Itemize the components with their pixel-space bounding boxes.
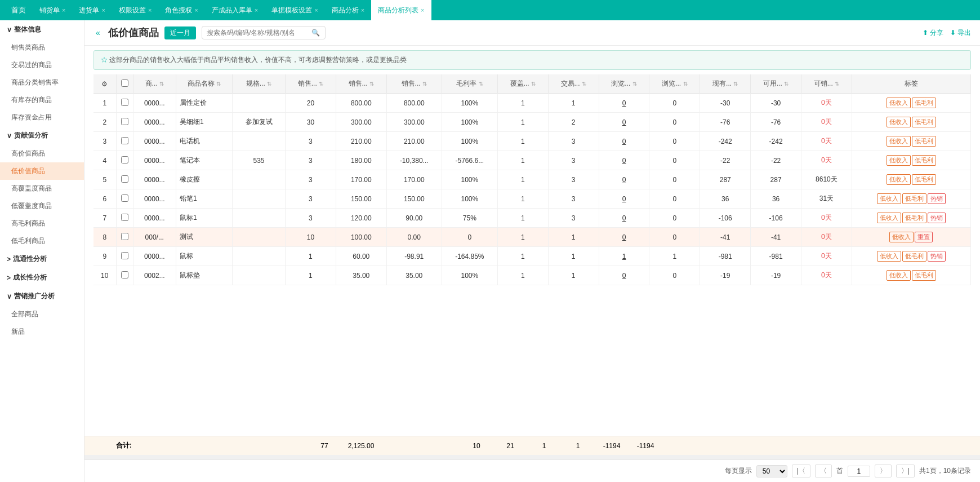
row-checkbox[interactable]: [116, 132, 133, 151]
nav-home[interactable]: 首页: [5, 0, 33, 20]
row-checkbox[interactable]: [116, 170, 133, 189]
horizontal-scrollbar[interactable]: [84, 455, 980, 459]
prev-page-button[interactable]: 〈: [815, 465, 832, 477]
row-select-checkbox[interactable]: [121, 156, 128, 163]
col-sales-amt[interactable]: 销售... ⇅: [336, 74, 386, 94]
export-button[interactable]: ⬇ 导出: [950, 28, 971, 38]
close-icon[interactable]: ×: [421, 7, 424, 14]
sidebar-group-contribution[interactable]: ∨ 贡献值分析: [0, 126, 84, 145]
row-checkbox[interactable]: [116, 113, 133, 132]
product-name[interactable]: 鼠标1: [176, 209, 233, 228]
row-select-checkbox[interactable]: [121, 233, 128, 240]
sidebar-item-low-margin[interactable]: 低毛利商品: [0, 232, 84, 250]
nav-product-analysis-list[interactable]: 商品分析列表 ×: [371, 0, 431, 20]
browse-link[interactable]: 0: [622, 233, 626, 241]
col-gross-rate[interactable]: 毛利率 ⇅: [442, 74, 497, 94]
product-name[interactable]: 橡皮擦: [176, 170, 233, 189]
sidebar-item-inventory-capital[interactable]: 库存资金占用: [0, 109, 84, 126]
sidebar-item-low-value[interactable]: 低价值商品: [0, 162, 84, 180]
browse-link[interactable]: 0: [622, 138, 626, 145]
select-all-checkbox[interactable]: [121, 79, 128, 87]
nav-role[interactable]: 角色授权 ×: [158, 0, 204, 20]
browse1[interactable]: 0: [599, 113, 649, 132]
sidebar-group-marketing[interactable]: ∨ 营销推广分析: [0, 287, 84, 306]
row-checkbox[interactable]: [116, 209, 133, 228]
sidebar-group-overview[interactable]: ∨ 整体信息: [0, 20, 84, 39]
row-checkbox[interactable]: [116, 94, 133, 113]
sidebar-item-high-value[interactable]: 高价值商品: [0, 145, 84, 162]
sidebar-item-high-coverage[interactable]: 高覆盖度商品: [0, 180, 84, 197]
close-icon[interactable]: ×: [255, 7, 258, 14]
close-icon[interactable]: ×: [62, 7, 65, 14]
sidebar-collapse-button[interactable]: «: [93, 28, 103, 37]
browse-link[interactable]: 0: [622, 214, 626, 222]
nav-sales[interactable]: 销货单 ×: [33, 0, 72, 20]
nav-product-analysis[interactable]: 商品分析 ×: [325, 0, 371, 20]
col-current[interactable]: 现有... ⇅: [700, 74, 751, 94]
sidebar-item-high-margin[interactable]: 高毛利商品: [0, 215, 84, 232]
col-settings[interactable]: ⚙: [93, 74, 116, 94]
nav-template[interactable]: 单据模板设置 ×: [265, 0, 324, 20]
browse1[interactable]: 0: [599, 94, 649, 113]
browse1[interactable]: 0: [599, 151, 649, 170]
nav-product-in[interactable]: 产成品入库单 ×: [205, 0, 265, 20]
browse-link[interactable]: 0: [622, 118, 626, 126]
page-input[interactable]: [848, 466, 870, 477]
browse1[interactable]: 0: [599, 132, 649, 151]
product-name[interactable]: 笔记本: [176, 151, 233, 170]
col-usable[interactable]: 可用... ⇅: [751, 74, 801, 94]
row-select-checkbox[interactable]: [121, 99, 128, 106]
filter-recent-month-button[interactable]: 近一月: [164, 26, 196, 39]
row-checkbox[interactable]: [116, 247, 133, 266]
table-area[interactable]: ⚙ 商... ⇅ 商品名称 ⇅ 规格... ⇅ 销售... ⇅ 销售... ⇅ …: [84, 74, 980, 436]
browse1[interactable]: 1: [599, 247, 649, 266]
browse-link[interactable]: 0: [622, 176, 626, 184]
sidebar-group-growth[interactable]: > 成长性分析: [0, 268, 84, 287]
product-name[interactable]: 吴细细1: [176, 113, 233, 132]
row-checkbox[interactable]: [116, 151, 133, 170]
col-trades[interactable]: 交易... ⇅: [548, 74, 599, 94]
col-checkbox[interactable]: [116, 74, 133, 94]
row-select-checkbox[interactable]: [121, 137, 128, 144]
product-name[interactable]: 测试: [176, 228, 233, 247]
nav-purchase[interactable]: 进货单 ×: [72, 0, 112, 20]
first-page-button[interactable]: |〈: [792, 465, 810, 477]
nav-permission[interactable]: 权限设置 ×: [112, 0, 158, 20]
browse-link[interactable]: 0: [622, 99, 626, 107]
share-button[interactable]: ⬆ 分享: [923, 28, 943, 38]
sidebar-item-low-coverage[interactable]: 低覆盖度商品: [0, 197, 84, 215]
product-name[interactable]: 鼠标垫: [176, 266, 233, 285]
row-checkbox[interactable]: [116, 266, 133, 285]
col-sales-amt2[interactable]: 销售... ⇅: [386, 74, 442, 94]
sidebar-item-traded-products[interactable]: 交易过的商品: [0, 56, 84, 74]
page-size-select[interactable]: 50 100 200: [756, 465, 787, 477]
sidebar-item-all-products[interactable]: 全部商品: [0, 306, 84, 323]
browse1[interactable]: 0: [599, 170, 649, 189]
browse-link[interactable]: 0: [622, 272, 626, 280]
col-saleable[interactable]: 可销... ⇅: [801, 74, 852, 94]
close-icon[interactable]: ×: [194, 7, 198, 14]
row-checkbox[interactable]: [116, 228, 133, 247]
row-select-checkbox[interactable]: [121, 194, 128, 202]
product-name[interactable]: 电话机: [176, 132, 233, 151]
last-page-button[interactable]: 〉|: [896, 465, 915, 477]
browse1[interactable]: 0: [599, 266, 649, 285]
search-icon[interactable]: 🔍: [311, 29, 320, 37]
next-page-button[interactable]: 〉: [875, 465, 892, 477]
sidebar-item-stocked-products[interactable]: 有库存的商品: [0, 91, 84, 109]
row-checkbox[interactable]: [116, 189, 133, 209]
browse1[interactable]: 0: [599, 228, 649, 247]
browse-link[interactable]: 1: [622, 253, 626, 260]
col-coverage[interactable]: 覆盖... ⇅: [497, 74, 548, 94]
product-name[interactable]: 鼠标: [176, 247, 233, 266]
row-select-checkbox[interactable]: [121, 252, 128, 259]
row-select-checkbox[interactable]: [121, 118, 128, 125]
product-name[interactable]: 铅笔1: [176, 189, 233, 209]
sidebar-group-circulation[interactable]: > 流通性分析: [0, 250, 84, 268]
sidebar-item-category-sales-rate[interactable]: 商品分类销售率: [0, 74, 84, 91]
col-code[interactable]: 商... ⇅: [133, 74, 176, 94]
browse-link[interactable]: 0: [622, 195, 626, 203]
col-browse2[interactable]: 浏览... ⇅: [649, 74, 700, 94]
sidebar-item-new-products[interactable]: 新品: [0, 323, 84, 341]
browse1[interactable]: 0: [599, 209, 649, 228]
